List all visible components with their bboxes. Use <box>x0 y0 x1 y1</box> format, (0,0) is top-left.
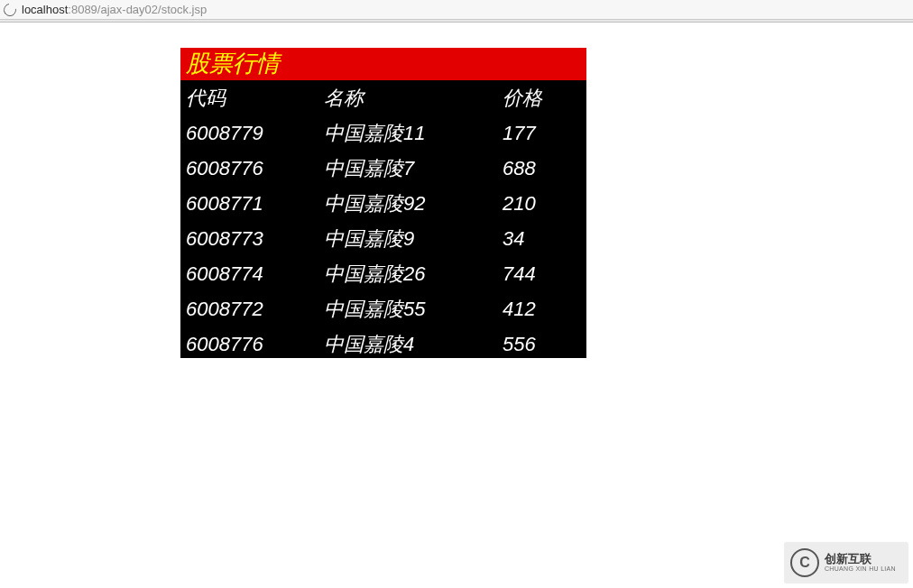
cell-code: 6008776 <box>180 151 318 186</box>
col-header-name: 名称 <box>318 80 497 115</box>
cell-price: 688 <box>497 151 586 186</box>
cell-price: 177 <box>497 115 586 151</box>
refresh-icon[interactable] <box>1 1 18 18</box>
cell-price: 34 <box>497 221 586 256</box>
watermark-line1: 创新互联 <box>825 553 896 565</box>
stock-table: 代码 名称 价格 6008779中国嘉陵111776008776中国嘉陵7688… <box>180 80 586 358</box>
cell-price: 556 <box>497 326 586 358</box>
stock-panel: 股票行情 代码 名称 价格 6008779中国嘉陵111776008776中国嘉… <box>180 48 586 358</box>
cell-code: 6008779 <box>180 115 318 151</box>
table-row: 6008771中国嘉陵92210 <box>180 186 586 221</box>
cell-price: 412 <box>497 291 586 326</box>
cell-name: 中国嘉陵7 <box>318 151 497 186</box>
cell-price: 210 <box>497 186 586 221</box>
cell-name: 中国嘉陵9 <box>318 221 497 256</box>
table-row: 6008776中国嘉陵7688 <box>180 151 586 186</box>
address-host: localhost <box>22 3 68 16</box>
cell-name: 中国嘉陵26 <box>318 256 497 291</box>
watermark-line2: CHUANG XIN HU LIAN <box>825 565 896 573</box>
table-row: 6008776中国嘉陵4556 <box>180 326 586 358</box>
table-row: 6008773中国嘉陵934 <box>180 221 586 256</box>
panel-title: 股票行情 <box>180 48 586 80</box>
toolbar-divider <box>0 20 913 23</box>
cell-code: 6008774 <box>180 256 318 291</box>
cell-name: 中国嘉陵55 <box>318 291 497 326</box>
address-path: :8089/ajax-day02/stock.jsp <box>68 3 207 16</box>
cell-name: 中国嘉陵4 <box>318 326 497 358</box>
col-header-code: 代码 <box>180 80 318 115</box>
table-row: 6008779中国嘉陵11177 <box>180 115 586 151</box>
cell-code: 6008773 <box>180 221 318 256</box>
address-bar[interactable]: localhost:8089/ajax-day02/stock.jsp <box>0 0 913 20</box>
cell-code: 6008771 <box>180 186 318 221</box>
watermark-text: 创新互联 CHUANG XIN HU LIAN <box>825 553 896 573</box>
watermark-logo-icon: C <box>790 548 819 577</box>
cell-name: 中国嘉陵92 <box>318 186 497 221</box>
cell-name: 中国嘉陵11 <box>318 115 497 151</box>
table-row: 6008774中国嘉陵26744 <box>180 256 586 291</box>
cell-code: 6008776 <box>180 326 318 358</box>
table-header-row: 代码 名称 价格 <box>180 80 586 115</box>
cell-price: 744 <box>497 256 586 291</box>
table-row: 6008772中国嘉陵55412 <box>180 291 586 326</box>
cell-code: 6008772 <box>180 291 318 326</box>
watermark: C 创新互联 CHUANG XIN HU LIAN <box>785 543 908 583</box>
col-header-price: 价格 <box>497 80 586 115</box>
